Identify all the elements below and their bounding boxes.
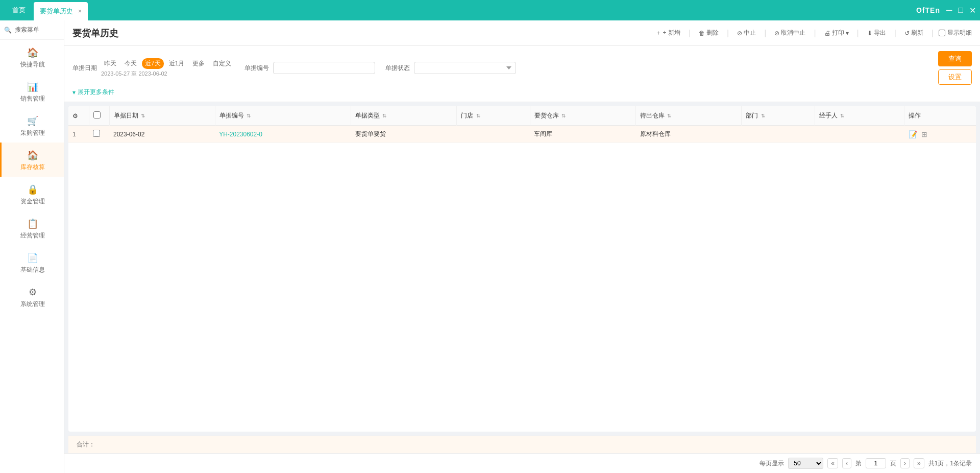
divider-6: | [894, 29, 896, 38]
th-handler-label: 经手人 [819, 112, 838, 119]
sidebar-item-label-inventory: 库存核算 [20, 163, 45, 172]
th-date: 单据日期 ⇅ [109, 106, 215, 126]
th-order-type-label: 单据类型 [355, 112, 380, 119]
table-head: ⚙ 单据日期 ⇅ 单据编号 ⇅ [68, 106, 976, 126]
select-all-checkbox[interactable] [93, 111, 101, 119]
tab-home[interactable]: 首页 [4, 0, 34, 20]
next-page-btn[interactable]: › [900, 458, 910, 468]
sidebar-item-sales[interactable]: 📊 销售管理 [0, 74, 64, 108]
total-info: 共1页，1条记录 [928, 459, 972, 468]
stop-label: 中止 [744, 29, 756, 37]
sidebar-item-basic[interactable]: 📄 基础信息 [0, 245, 64, 279]
td-handler [815, 126, 904, 143]
refresh-button[interactable]: ↺ 刷新 [901, 27, 926, 39]
td-req-warehouse: 车间库 [530, 126, 635, 143]
sidebar-item-label-operations: 经营管理 [20, 231, 45, 240]
brand-text: OfTEn [916, 6, 940, 14]
inventory-icon: 🏠 [27, 150, 38, 161]
top-bar-right: OfTEn ─ □ ✕ [916, 6, 976, 15]
operations-icon: 📋 [27, 218, 38, 229]
sidebar-item-system[interactable]: ⚙ 系统管理 [0, 279, 64, 314]
main-layout: 🔍 搜索菜单 🏠 快捷导航 📊 销售管理 🛒 采购管理 🏠 库存核算 🔒 资金管… [0, 20, 980, 473]
date-opt-1month[interactable]: 近1月 [166, 58, 188, 69]
date-filter-label: 单据日期 [72, 64, 97, 73]
th-operations-label: 操作 [909, 112, 921, 119]
first-page-btn[interactable]: « [827, 458, 838, 468]
th-checkbox [89, 106, 109, 126]
date-opt-custom[interactable]: 自定义 [210, 58, 234, 69]
date-options-row: 昨天 今天 近7天 近1月 更多 自定义 [101, 58, 234, 69]
filter-order-no: 单据编号 [244, 62, 375, 74]
sidebar-search[interactable]: 🔍 搜索菜单 [0, 20, 64, 40]
stop-button[interactable]: ⊘ 中止 [734, 27, 759, 39]
th-store-sort-icon: ⇅ [476, 113, 480, 119]
expand-more[interactable]: ▾ 展开更多条件 [72, 88, 972, 97]
cancel-stop-button[interactable]: ⊘ 取消中止 [771, 27, 808, 39]
sidebar-item-finance[interactable]: 🔒 资金管理 [0, 177, 64, 211]
query-button[interactable]: 查询 [938, 51, 972, 66]
refresh-label: 刷新 [911, 29, 923, 37]
status-label: 单据状态 [385, 64, 410, 73]
search-icon: 🔍 [4, 27, 12, 34]
th-department-sort-icon: ⇅ [761, 113, 765, 119]
prev-page-btn[interactable]: ‹ [842, 458, 851, 468]
add-button[interactable]: ＋ + 新增 [652, 27, 683, 39]
tab-close-icon[interactable]: × [78, 8, 82, 15]
sidebar-item-inventory[interactable]: 🏠 库存核算 [0, 143, 64, 177]
last-page-btn[interactable]: » [914, 458, 924, 468]
date-opt-today[interactable]: 今天 [121, 58, 140, 69]
print-button[interactable]: 🖨 打印 ▾ [821, 27, 852, 39]
order-no-input[interactable] [273, 62, 375, 74]
page-title: 要货单历史 [72, 27, 118, 39]
status-select[interactable] [414, 62, 516, 74]
table-row: 1 2023-06-02 YH-20230602-0 要货单要货 车间库 原材料… [68, 126, 976, 143]
td-store [457, 126, 530, 143]
sidebar-item-label-finance: 资金管理 [20, 197, 45, 206]
th-date-label: 单据日期 [114, 112, 138, 119]
row-checkbox[interactable] [93, 130, 100, 137]
divider-4: | [814, 29, 816, 38]
filter-row: 单据日期 昨天 今天 近7天 近1月 更多 自定义 2023-05-27 至 2… [72, 51, 972, 85]
date-opt-yesterday[interactable]: 昨天 [101, 58, 119, 69]
th-pending-warehouse-label: 待出仓库 [640, 112, 665, 119]
expand-label: 展开更多条件 [78, 88, 114, 97]
window-min-icon[interactable]: ─ [946, 6, 952, 15]
expand-icon: ▾ [72, 89, 76, 96]
table-head-row: ⚙ 单据日期 ⇅ 单据编号 ⇅ [68, 106, 976, 126]
page-size-select[interactable]: 50 100 200 [788, 458, 823, 469]
export-button[interactable]: ⬇ 导出 [864, 27, 889, 39]
date-opt-more[interactable]: 更多 [189, 58, 208, 69]
window-close-icon[interactable]: ✕ [969, 6, 976, 15]
date-opt-7days[interactable]: 近7天 [142, 58, 164, 69]
sidebar-item-quick-nav[interactable]: 🏠 快捷导航 [0, 40, 64, 74]
sidebar-item-operations[interactable]: 📋 经营管理 [0, 211, 64, 245]
th-order-no-sort-icon: ⇅ [247, 113, 251, 119]
page-number-input[interactable] [866, 458, 886, 468]
td-order-no: YH-20230602-0 [215, 126, 351, 143]
purchase-icon: 🛒 [27, 115, 38, 127]
sidebar-item-purchase[interactable]: 🛒 采购管理 [0, 108, 64, 143]
settings-cog-icon[interactable]: ⚙ [72, 112, 78, 120]
sidebar-item-label-system: 系统管理 [20, 300, 45, 309]
order-no-link[interactable]: YH-20230602-0 [219, 131, 262, 138]
setting-button[interactable]: 设置 [938, 69, 972, 85]
export-icon: ⬇ [867, 30, 872, 37]
display-detail-checkbox[interactable] [939, 30, 945, 36]
pagination-bar: 每页显示 50 100 200 « ‹ 第 页 › » 共1页，1条记录 [64, 453, 980, 473]
basic-icon: 📄 [27, 252, 38, 264]
td-date: 2023-06-02 [109, 126, 215, 143]
td-checkbox [89, 126, 109, 143]
th-req-warehouse: 要货仓库 ⇅ [530, 106, 635, 126]
th-department-label: 部门 [746, 112, 758, 119]
sidebar-item-label-quick-nav: 快捷导航 [20, 60, 45, 69]
display-detail-toggle[interactable]: 显示明细 [939, 29, 972, 37]
row-delete-icon[interactable]: ⊞ [921, 130, 927, 138]
tab-active[interactable]: 要货单历史 × [34, 2, 88, 20]
delete-button[interactable]: 🗑 删除 [696, 27, 722, 39]
page-header: 要货单历史 ＋ + 新增 | 🗑 删除 | ⊘ 中止 | ⊘ [64, 20, 980, 46]
page-label: 第 [855, 459, 862, 468]
window-max-icon[interactable]: □ [958, 6, 963, 15]
th-req-warehouse-label: 要货仓库 [534, 112, 559, 119]
row-edit-icon[interactable]: 📝 [909, 130, 917, 138]
refresh-icon: ↺ [904, 30, 910, 37]
